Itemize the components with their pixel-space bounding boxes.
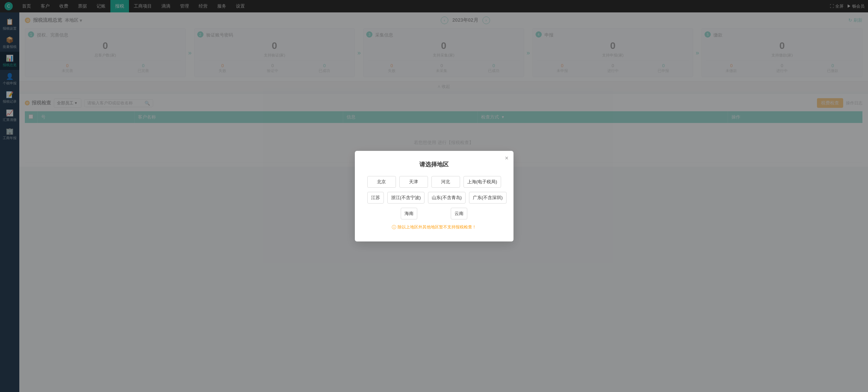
region-grid-row1: 北京 天津 河北 上海(电子税局) bbox=[367, 176, 501, 188]
region-btn-zhejiang[interactable]: 浙江(不含宁波) bbox=[387, 192, 425, 204]
warning-text: 除以上地区外其他地区暂不支持报税检查！ bbox=[398, 224, 476, 230]
modal-close-btn[interactable]: × bbox=[505, 155, 509, 161]
warning-icon: ⓘ bbox=[392, 224, 396, 230]
region-select-modal: × 请选择地区 北京 天津 河北 上海(电子税局) 江苏 浙江(不含宁波) 山东… bbox=[355, 151, 513, 241]
modal-overlay[interactable]: × 请选择地区 北京 天津 河北 上海(电子税局) 江苏 浙江(不含宁波) 山东… bbox=[0, 0, 868, 392]
region-btn-beijing[interactable]: 北京 bbox=[367, 176, 396, 188]
region-btn-shanghai[interactable]: 上海(电子税局) bbox=[463, 176, 501, 188]
region-btn-guangdong[interactable]: 广东(不含深圳) bbox=[469, 192, 507, 204]
region-btn-yunnan[interactable]: 云南 bbox=[451, 208, 467, 219]
modal-title: 请选择地区 bbox=[367, 161, 501, 168]
region-btn-tianjin[interactable]: 天津 bbox=[399, 176, 428, 188]
region-grid-row2: 江苏 浙江(不含宁波) 山东(不含青岛) 广东(不含深圳) bbox=[367, 192, 501, 204]
region-btn-hebei[interactable]: 河北 bbox=[431, 176, 460, 188]
region-grid-row3: 海南 云南 bbox=[386, 208, 482, 219]
region-btn-jiangsu[interactable]: 江苏 bbox=[367, 192, 384, 204]
region-btn-shandong[interactable]: 山东(不含青岛) bbox=[428, 192, 466, 204]
region-btn-hainan[interactable]: 海南 bbox=[401, 208, 417, 219]
modal-warning: ⓘ 除以上地区外其他地区暂不支持报税检查！ bbox=[367, 224, 501, 230]
